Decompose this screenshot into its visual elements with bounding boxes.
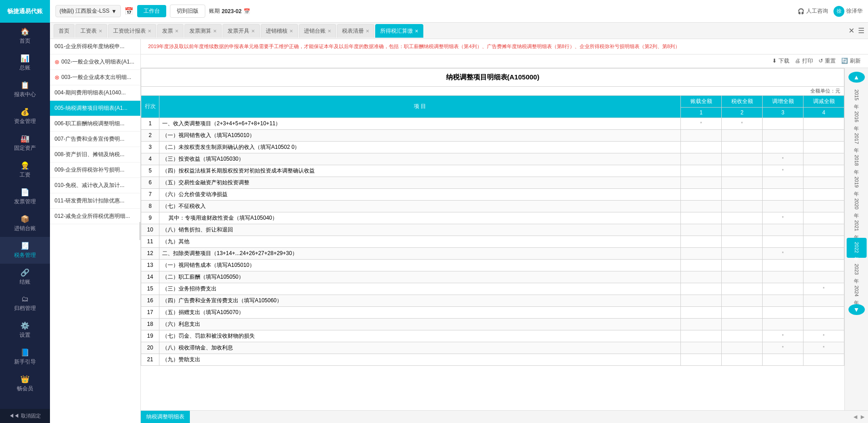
left-item-001[interactable]: 001-企业所得税年度纳税申... (50, 39, 140, 54)
app-logo: 畅捷通易代账 (0, 0, 50, 23)
period-value: 2023-02 (222, 8, 242, 15)
sidebar-item-label: 工资 (20, 171, 30, 179)
scroll-right-icon[interactable]: ▶ (861, 414, 864, 420)
content-area: 001-企业所得税年度纳税申... ⊗ 002-一般企业收入明细表(A1... … (50, 39, 868, 423)
company-selector[interactable]: (物副) 江西股金-LSS ▼ (55, 5, 121, 17)
close-all-icon[interactable]: ✕ (848, 26, 854, 35)
table-row: 6 （五）交易性金融资产初始投资调整 (141, 177, 844, 188)
tab-home[interactable]: 首页 (54, 24, 74, 38)
left-item-011[interactable]: 011-研发费用加计扣除优惠... (50, 193, 140, 209)
table-row: 15 （三）业务招待费支出 * (141, 283, 844, 295)
left-item-012[interactable]: 012-减免企业所得税优惠明细... (50, 209, 140, 224)
sidebar-item-archive[interactable]: 🗂 归档管理 (0, 290, 50, 317)
sidebar-unpin-button[interactable]: ◀◀ 取消固定 (0, 409, 50, 423)
year-item-2016[interactable]: 2016年 (847, 107, 867, 127)
table-row: 纳税调整项目明细表(A105000) (141, 68, 844, 86)
bottom-strip: 纳税调整明细表 ◀ ▶ (141, 410, 868, 423)
col-header-item: 项 目 (159, 95, 681, 118)
menu-icon[interactable]: ☰ (858, 26, 864, 35)
year-nav-up-button[interactable]: ▲ (848, 72, 865, 83)
sidebar-item-label: 设置 (20, 331, 30, 339)
tab-close-icon[interactable]: ✕ (148, 29, 151, 34)
col-header-num2: 2 (722, 107, 763, 118)
year-nav-down-button[interactable]: ▼ (848, 304, 865, 315)
tab-close-icon[interactable]: ✕ (175, 29, 179, 34)
tab-close-icon[interactable]: ✕ (366, 29, 369, 34)
year-item-2017[interactable]: 2017年 (847, 129, 867, 149)
sidebar: 畅捷通易代账 🏠 首页 📊 总账 📋 报表中心 💰 资金管理 🏭 固定资产 👷 … (0, 0, 50, 423)
tab-close-icon[interactable]: ✕ (213, 29, 217, 34)
item-label: 006-职工薪酬纳税调整明细... (55, 120, 124, 128)
year-item-2020[interactable]: 2020年 (847, 194, 867, 214)
refresh-button[interactable]: 🔄 刷新 (841, 57, 861, 65)
tabbar-right: ✕ ☰ (848, 26, 864, 35)
sidebar-item-finance[interactable]: 💰 资金管理 (0, 103, 50, 130)
table-row: 8 （七）不征税收入 (141, 200, 844, 212)
tab-check[interactable]: 进销稽核 ✕ (261, 24, 298, 38)
table-row: 全额单位：元 (141, 86, 844, 95)
tab-invoice-calc[interactable]: 发票测算 ✕ (184, 24, 222, 38)
sidebar-item-salary[interactable]: 👷 工资 (0, 157, 50, 183)
switch-old-button[interactable]: 切到旧版 (170, 5, 205, 18)
tab-close-icon[interactable]: ✕ (99, 29, 102, 34)
tab-tax-table[interactable]: 税表清册 ✕ (337, 24, 374, 38)
year-item-2019[interactable]: 2019年 (847, 172, 867, 192)
tab-ledger[interactable]: 进销台账 ✕ (299, 24, 336, 38)
year-item-2015[interactable]: 2015年 (847, 85, 867, 105)
year-item-2022[interactable]: 2022年 (847, 238, 867, 258)
sidebar-item-home[interactable]: 🏠 首页 (0, 23, 50, 49)
sidebar-item-label: 总账 (20, 64, 30, 72)
tab-close-icon[interactable]: ✕ (251, 29, 255, 34)
item-label: 005-纳税调整项目明细表(A1... (55, 104, 128, 112)
member-icon: 👑 (20, 375, 30, 384)
left-item-007[interactable]: 007-广告费和业务宣传费明... (50, 132, 140, 147)
year-item-2024[interactable]: 2024年 (847, 281, 867, 301)
sidebar-item-report[interactable]: 📋 报表中心 (0, 76, 50, 103)
year-item-2021[interactable]: 2021年 (847, 216, 867, 236)
item-label: 011-研发费用加计扣除优惠... (55, 197, 124, 205)
left-item-006[interactable]: 006-职工薪酬纳税调整明细... (50, 116, 140, 132)
year-item-2018[interactable]: 2018年 (847, 151, 867, 171)
reset-button[interactable]: ↺ 重置 (818, 57, 836, 65)
table-wrapper: 纳税调整项目明细表(A105000) 全额单位：元 (141, 68, 844, 411)
tab-salary-report[interactable]: 工资统计报表 ✕ (108, 24, 156, 38)
user-menu[interactable]: 徐 徐泽华 (833, 6, 863, 17)
period-selector[interactable]: 账期 2023-02 📅 (209, 7, 250, 15)
scroll-left-icon[interactable]: ◀ (853, 414, 857, 420)
sidebar-item-settings[interactable]: ⚙️ 设置 (0, 317, 50, 344)
left-item-009[interactable]: 009-企业所得税弥补亏损明... (50, 162, 140, 178)
left-item-002[interactable]: ⊗ 002-一般企业收入明细表(A1... (50, 54, 140, 70)
left-item-005[interactable]: 005-纳税调整项目明细表(A1... (50, 101, 140, 116)
table-row: 2 （一）视同销售收入（填写A105010） (141, 129, 844, 141)
print-button[interactable]: 🖨 打印 (795, 57, 813, 65)
left-item-003[interactable]: ⊗ 003-一般企业成本支出明细... (50, 70, 140, 85)
left-item-004[interactable]: 004-期间费用明细表(A1040... (50, 85, 140, 101)
tab-income-tax[interactable]: 所得税汇算缴 ✕ (375, 24, 423, 38)
tab-close-icon[interactable]: ✕ (289, 29, 293, 34)
tab-salary-table[interactable]: 工资表 ✕ (75, 24, 107, 38)
left-item-010[interactable]: 010-免税、减计收入及加计... (50, 178, 140, 193)
year-item-2023[interactable]: 2023年 (847, 260, 867, 280)
sidebar-item-ledger[interactable]: 📊 总账 (0, 49, 50, 76)
service-button[interactable]: 🎧 人工咨询 (798, 7, 828, 15)
sidebar-item-guide[interactable]: 📘 新手引导 (0, 344, 50, 370)
tab-invoice-open[interactable]: 发票开具 ✕ (223, 24, 260, 38)
ledger-icon: 📊 (20, 54, 30, 63)
left-item-008[interactable]: 008-资产折旧、摊销及纳税... (50, 147, 140, 162)
sidebar-item-tax[interactable]: 🧾 税务管理 (0, 237, 50, 264)
sidebar-item-purchase[interactable]: 📦 进销台账 (0, 210, 50, 237)
tab-close-icon[interactable]: ✕ (327, 29, 331, 34)
col-header-rownum: 行次 (141, 95, 159, 118)
reset-icon: ↺ (818, 58, 823, 64)
download-button[interactable]: ⬇ 下载 (772, 57, 789, 65)
sidebar-item-assets[interactable]: 🏭 固定资产 (0, 130, 50, 157)
sidebar-item-invoice[interactable]: 📄 发票管理 (0, 183, 50, 210)
col-header-v1: 账载全额 (681, 95, 722, 107)
bottom-tab-adjust[interactable]: 纳税调整明细表 (141, 411, 190, 423)
tab-close-icon[interactable]: ✕ (415, 29, 418, 34)
sidebar-item-close[interactable]: 🔗 结账 (0, 264, 50, 290)
workbench-button[interactable]: 工作台 (137, 5, 166, 17)
tab-invoice[interactable]: 发票 ✕ (157, 24, 184, 38)
table-row: 19 （七）罚金、罚款和被没收财物的损失 * * (141, 330, 844, 342)
sidebar-item-member[interactable]: 👑 畅会员 (0, 370, 50, 397)
